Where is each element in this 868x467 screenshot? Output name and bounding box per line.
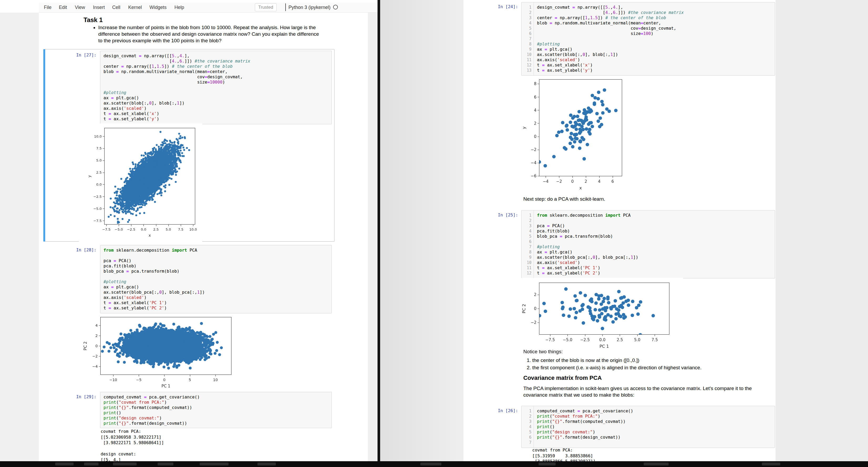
menu-edit[interactable]: Edit [59, 5, 67, 10]
cell-prompt-in25: In [25]: [481, 213, 518, 217]
code-cell-in24[interactable]: 12345678910111213 design_covmat = np.arr… [521, 2, 775, 76]
left-notebook-window: File Edit View Insert Cell Kernel Widget… [0, 0, 377, 467]
code-editor[interactable]: design_covmat = np.array([[5.,4.], [4.,6… [534, 2, 775, 75]
code-editor[interactable]: computed_covmat = pca.get_covariance()pr… [100, 392, 332, 428]
notice-heading: Notice two things: [523, 348, 563, 355]
task-heading: Task 1 [84, 16, 103, 24]
code-editor[interactable]: design_covmat = np.array([[5.,4.], [4.,6… [100, 51, 332, 124]
code-editor[interactable]: from sklearn.decomposition import PCA pc… [534, 210, 775, 278]
code-cell-in25[interactable]: 123456789101112 from sklearn.decompositi… [521, 210, 775, 278]
dock-item[interactable] [113, 463, 136, 465]
covariance-paragraph: The PCA implementation in scikit-learn g… [523, 385, 773, 398]
code-editor[interactable]: computed_covmat = pca.get_covariance()pr… [534, 406, 775, 447]
next-step-text: Next step: do a PCA with scikit-learn. [523, 196, 605, 202]
code-cell-in29[interactable]: computed_covmat = pca.get_covariance()pr… [100, 392, 332, 428]
dock-item[interactable] [257, 463, 276, 465]
desktop: File Edit View Insert Cell Kernel Widget… [0, 0, 868, 467]
code-cell-in27[interactable]: design_covmat = np.array([[5.,4.], [4.,6… [100, 51, 332, 124]
code-cell-in26[interactable]: 1234567 computed_covmat = pca.get_covari… [521, 406, 775, 448]
right-notebook-window: In [24]: 12345678910111213 design_covmat… [380, 0, 868, 467]
kernel-status-icon [333, 5, 338, 9]
covariance-heading: Covariance matrix from PCA [523, 375, 601, 381]
notebook-page: In [24]: 12345678910111213 design_covmat… [463, 0, 776, 467]
menu-widgets[interactable]: Widgets [150, 5, 166, 10]
menu-view[interactable]: View [75, 5, 85, 10]
cell-prompt-in26: In [26]: [481, 408, 518, 413]
trusted-badge: Trusted [255, 3, 277, 11]
menu-bar: File Edit View Insert Cell Kernel Widget… [39, 3, 377, 12]
notice-item-2: the first component (i.e. x-axis) is ali… [532, 364, 786, 371]
kernel-indicator: Python 3 (ipykernel) [288, 5, 331, 10]
dock-bar [0, 461, 868, 467]
menu-kernel[interactable]: Kernel [128, 5, 142, 10]
dock-item[interactable] [84, 463, 98, 465]
code-cell-in28[interactable]: from sklearn.decomposition import PCA pc… [100, 245, 332, 313]
line-numbers: 12345678910111213 [522, 2, 534, 75]
notebook-page: Task 1 Increase the number of points in … [39, 12, 368, 467]
dock-item[interactable] [200, 463, 228, 465]
scatter-plot-pca-100 [512, 278, 683, 351]
menu-cell[interactable]: Cell [112, 5, 120, 10]
window-divider [377, 0, 380, 467]
dock-item[interactable] [762, 463, 780, 465]
line-numbers: 1234567 [522, 406, 534, 447]
line-numbers: 123456789101112 [522, 210, 534, 278]
menu-file[interactable]: File [44, 5, 52, 10]
scatter-plot-blob-10000 [79, 123, 202, 242]
notice-list: the center of the blob is now at the ori… [523, 357, 786, 371]
code-editor[interactable]: from sklearn.decomposition import PCA pc… [100, 245, 332, 313]
notebook-left-margin [0, 12, 39, 467]
cell-prompt-in24: In [24]: [481, 4, 518, 9]
scatter-plot-blob-100 [512, 76, 630, 194]
task-bullet-item: Increase the number of points in the blo… [98, 24, 322, 44]
notebook-right-margin [368, 12, 377, 467]
dock-item[interactable] [644, 463, 669, 465]
scatter-plot-pca-10000 [82, 314, 237, 390]
cell-prompt-in27: In [27]: [60, 53, 96, 58]
notice-item-1: the center of the blob is now at the ori… [532, 357, 786, 364]
menu-insert[interactable]: Insert [93, 5, 105, 10]
menu-help[interactable]: Help [175, 5, 184, 10]
kernel-separator [285, 3, 286, 11]
dock-item[interactable] [55, 463, 73, 465]
task-description: Increase the number of points in the blo… [91, 24, 322, 44]
cell-prompt-in29: In [29]: [60, 394, 96, 399]
cell-prompt-in28: In [28]: [60, 247, 96, 252]
dock-item[interactable] [158, 463, 174, 465]
dock-item[interactable] [420, 463, 441, 465]
dock-item[interactable] [538, 463, 556, 465]
